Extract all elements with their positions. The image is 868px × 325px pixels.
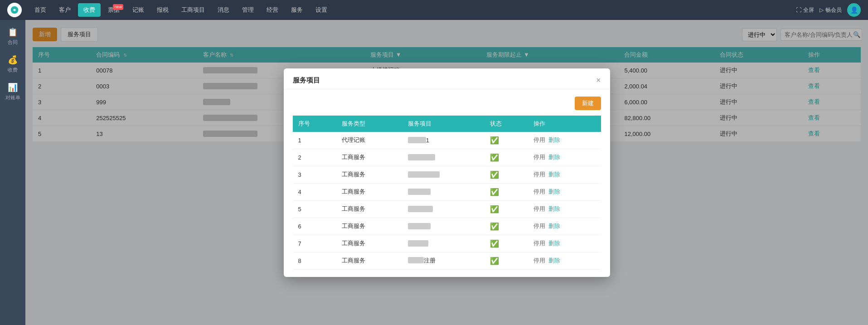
nav-service[interactable]: 服务 [286,3,308,17]
disable-button[interactable]: 停用 [533,136,545,144]
modal-header: 服务项目 × [284,68,610,89]
nav-message[interactable]: 消息 [212,3,235,17]
sidebar-item-contract[interactable]: 📋 合同 [2,24,24,49]
modal-table-row: 6 工商服务 ✅ 停用 删除 [293,218,601,235]
service-items-modal: 服务项目 × 新建 序号 服务类型 服务项目 [284,68,610,277]
disable-button[interactable]: 停用 [533,153,545,161]
delete-button[interactable]: 删除 [548,136,560,144]
nav-tax[interactable]: 报税 [151,3,174,17]
nav-client[interactable]: 客户 [53,3,76,17]
delete-button[interactable]: 删除 [548,239,560,247]
modal-table-row: 5 工商服务 ✅ 停用 删除 [293,200,601,218]
sidebar-item-label: 对账单 [5,94,20,101]
create-service-button[interactable]: 新建 [575,97,601,110]
modal-table-row: 4 工商服务 ✅ 停用 删除 [293,183,601,200]
delete-button[interactable]: 删除 [548,188,560,196]
user-avatar[interactable]: 👤 [847,3,861,17]
disable-button[interactable]: 停用 [533,188,545,196]
status-check-icon: ✅ [490,240,499,247]
nav-home[interactable]: 首页 [29,3,52,17]
service-items-table: 序号 服务类型 服务项目 状态 操作 1 代理记账 [293,116,601,270]
delete-button[interactable]: 删除 [548,257,560,265]
modal-col-item: 服务项目 [402,116,485,132]
modal-table-scroll[interactable]: 序号 服务类型 服务项目 状态 操作 1 代理记账 [293,116,601,270]
status-check-icon: ✅ [490,171,499,179]
nav-billing[interactable]: 收费 [78,3,101,17]
top-navigation: 首页 客户 收费 票据 new 记账 报税 工商项目 消息 管理 经营 服务 设… [0,0,868,20]
nav-settings[interactable]: 设置 [310,3,333,17]
status-check-icon: ✅ [490,257,499,265]
sidebar-item-reconciliation[interactable]: 📊 对账单 [2,79,24,105]
modal-table-row: 3 工商服务 ✅ 停用 删除 [293,166,601,183]
reconciliation-icon: 📊 [8,82,18,92]
modal-close-button[interactable]: × [596,76,601,85]
contract-icon: 📋 [8,27,18,37]
disable-button[interactable]: 停用 [533,170,545,179]
status-check-icon: ✅ [490,154,499,161]
modal-body: 新建 序号 服务类型 服务项目 状态 操作 [284,89,610,277]
modal-table-row: 7 工商服务 ✅ 停用 删除 [293,235,601,252]
disable-button[interactable]: 停用 [533,205,545,213]
fullscreen-button[interactable]: ⛶ 全屏 [796,6,814,14]
new-badge: new [113,4,123,10]
sidebar: 📋 合同 💰 收费 📊 对账单 [0,20,25,325]
modal-col-type: 服务类型 [336,116,402,132]
status-check-icon: ✅ [490,136,499,144]
disable-button[interactable]: 停用 [533,257,545,265]
delete-button[interactable]: 删除 [548,222,560,230]
billing-icon: 💰 [8,55,18,65]
modal-col-no: 序号 [293,116,336,132]
nav-bookkeeping[interactable]: 记账 [127,3,150,17]
status-check-icon: ✅ [490,188,499,196]
nav-invoice[interactable]: 票据 new [102,3,125,17]
modal-toolbar: 新建 [293,97,601,110]
nav-right-actions: ⛶ 全屏 ▷ 畅会员 👤 [796,3,861,17]
app-logo[interactable] [7,3,22,17]
status-check-icon: ✅ [490,223,499,230]
modal-table-row: 1 代理记账 1 ✅ 停用 删除 [293,132,601,149]
disable-button[interactable]: 停用 [533,222,545,230]
modal-col-op: 操作 [528,116,601,132]
app-layout: 📋 合同 💰 收费 📊 对账单 新增 服务项目 进行中 已完成 已终止 🔍 [0,20,868,325]
modal-table-row: 2 工商服务 ✅ 停用 删除 [293,149,601,166]
modal-col-status: 状态 [485,116,528,132]
status-check-icon: ✅ [490,205,499,213]
nav-operations[interactable]: 经营 [261,3,284,17]
disable-button[interactable]: 停用 [533,239,545,247]
modal-table-row: 8 工商服务 注册 ✅ 停用 删除 [293,252,601,269]
sidebar-item-label: 收费 [8,67,18,73]
nav-business[interactable]: 工商项目 [176,3,210,17]
vip-button[interactable]: ▷ 畅会员 [820,6,842,14]
main-content: 新增 服务项目 进行中 已完成 已终止 🔍 序号 合同编码 ⇅ 客户名称 ⇅ 服… [25,20,868,325]
sidebar-item-label: 合同 [8,39,18,46]
sidebar-item-billing[interactable]: 💰 收费 [2,51,24,77]
delete-button[interactable]: 删除 [548,170,560,179]
delete-button[interactable]: 删除 [548,153,560,161]
modal-title: 服务项目 [293,76,320,85]
nav-menu: 首页 客户 收费 票据 new 记账 报税 工商项目 消息 管理 经营 服务 设… [29,3,796,17]
delete-button[interactable]: 删除 [548,205,560,213]
nav-manage[interactable]: 管理 [237,3,259,17]
